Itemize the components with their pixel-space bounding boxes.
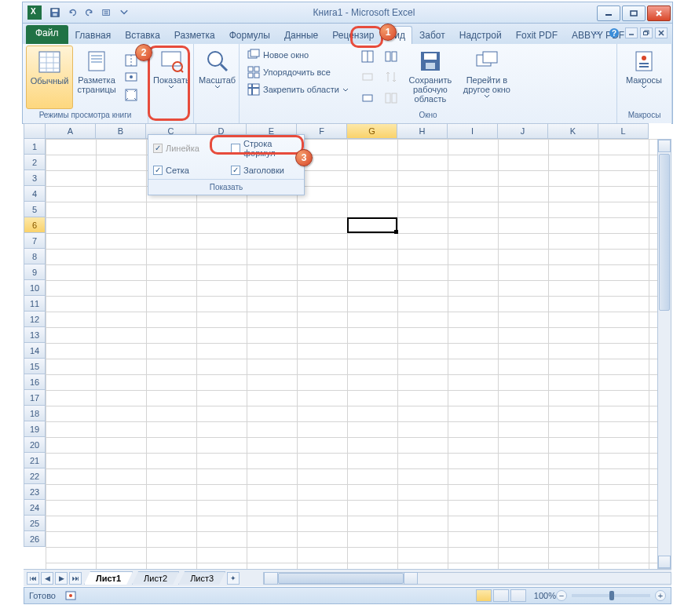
row-header-25[interactable]: 25 <box>24 516 46 531</box>
row-header-14[interactable]: 14 <box>24 343 46 359</box>
view-side1-button[interactable] <box>382 49 401 64</box>
ribbon-minimize-icon[interactable] <box>591 27 603 39</box>
sheet-nav-first[interactable]: ⏮ <box>27 572 39 585</box>
row-header-1[interactable]: 1 <box>24 139 46 155</box>
zoom-out-button[interactable]: − <box>556 590 567 601</box>
horizontal-scrollbar[interactable] <box>263 572 671 585</box>
tab-review[interactable]: Рецензир <box>325 26 381 44</box>
row-header-19[interactable]: 19 <box>24 421 46 437</box>
column-header-I[interactable]: I <box>448 123 498 139</box>
arrange-all-button[interactable]: Упорядочить все <box>244 64 352 80</box>
row-header-3[interactable]: 3 <box>24 170 46 186</box>
zoom-button[interactable]: Масштаб <box>197 46 237 109</box>
column-header-L[interactable]: L <box>598 123 649 139</box>
qat-dropdown-icon[interactable] <box>117 5 131 20</box>
help-icon[interactable]: ? <box>608 27 620 39</box>
row-header-4[interactable]: 4 <box>24 186 46 202</box>
row-header-12[interactable]: 12 <box>24 312 46 327</box>
row-header-22[interactable]: 22 <box>24 468 46 484</box>
row-header-21[interactable]: 21 <box>24 453 46 468</box>
reset-pos-button[interactable] <box>382 90 401 106</box>
tab-insert[interactable]: Вставка <box>118 26 167 44</box>
show-headings-checkbox[interactable]: Заголовки <box>226 162 304 179</box>
window-maximize-button[interactable] <box>622 5 646 21</box>
show-dropdown-button[interactable]: Показать <box>152 46 192 109</box>
qat-redo-icon[interactable] <box>82 5 97 20</box>
statusbar-view-normal[interactable] <box>476 589 492 602</box>
zoom-percent[interactable]: 100% <box>534 591 556 600</box>
macros-button[interactable]: Макросы <box>620 46 668 109</box>
row-header-18[interactable]: 18 <box>24 406 46 421</box>
window-close-button[interactable] <box>647 5 671 21</box>
column-header-G[interactable]: G <box>347 123 397 139</box>
tab-addins[interactable]: Надстрой <box>452 26 509 44</box>
show-formula-bar-checkbox[interactable]: Строка формул <box>226 135 304 162</box>
tab-formulas[interactable]: Формулы <box>222 26 277 44</box>
row-header-2[interactable]: 2 <box>24 155 46 170</box>
sheet-nav-next[interactable]: ▶ <box>55 572 68 585</box>
sheet-tab-Лист3[interactable]: Лист3 <box>178 571 225 585</box>
row-header-15[interactable]: 15 <box>24 359 46 374</box>
column-header-A[interactable]: A <box>46 123 96 139</box>
unhide-button[interactable] <box>358 90 377 106</box>
switch-windows-button[interactable]: Перейти в другое окно <box>459 46 515 109</box>
file-tab[interactable]: Файл <box>26 25 68 44</box>
tab-page-layout[interactable]: Разметка <box>167 26 222 44</box>
sheet-tab-Лист1[interactable]: Лист1 <box>84 571 133 585</box>
excel-sysmenu-icon[interactable] <box>27 5 42 20</box>
column-header-K[interactable]: K <box>548 123 598 139</box>
active-cell[interactable] <box>347 217 397 233</box>
column-header-J[interactable]: J <box>498 123 548 139</box>
new-window-button[interactable]: Новое окно <box>244 47 352 63</box>
vertical-scrollbar[interactable] <box>657 139 671 569</box>
page-layout-button[interactable]: Разметка страницы <box>73 46 120 109</box>
sheet-tab-Лист2[interactable]: Лист2 <box>132 571 179 585</box>
row-header-5[interactable]: 5 <box>24 202 46 217</box>
row-header-17[interactable]: 17 <box>24 390 46 406</box>
row-header-23[interactable]: 23 <box>24 484 46 500</box>
sheet-insert-button[interactable]: ✦ <box>227 572 240 585</box>
show-gridlines-checkbox[interactable]: Сетка <box>148 162 226 179</box>
tab-data[interactable]: Данные <box>277 26 325 44</box>
row-header-7[interactable]: 7 <box>24 233 46 249</box>
row-header-13[interactable]: 13 <box>24 327 46 343</box>
row-header-24[interactable]: 24 <box>24 500 46 516</box>
row-header-6[interactable]: 6 <box>24 217 46 233</box>
sync-scroll-button[interactable] <box>382 69 401 85</box>
fullscreen-button[interactable] <box>122 87 141 103</box>
custom-views-button[interactable] <box>122 70 141 86</box>
view-normal-button[interactable]: Обычный <box>26 46 73 109</box>
row-header-10[interactable]: 10 <box>24 280 46 296</box>
row-header-9[interactable]: 9 <box>24 264 46 280</box>
macro-record-icon[interactable] <box>62 589 79 603</box>
mdi-minimize-button[interactable] <box>625 27 638 38</box>
window-minimize-button[interactable] <box>597 5 620 21</box>
split-button[interactable] <box>358 49 377 64</box>
qat-undo-icon[interactable] <box>65 5 79 20</box>
tab-developer[interactable]: Забот <box>412 26 452 44</box>
row-header-16[interactable]: 16 <box>24 374 46 390</box>
tab-foxit[interactable]: Foxit PDF <box>509 26 565 44</box>
tab-home[interactable]: Главная <box>68 26 119 44</box>
qat-save-icon[interactable] <box>48 5 62 20</box>
statusbar-view-break[interactable] <box>510 589 526 602</box>
statusbar-view-layout[interactable] <box>493 589 509 602</box>
save-workspace-button[interactable]: Сохранить рабочую область <box>402 46 459 109</box>
zoom-in-button[interactable]: + <box>655 590 666 601</box>
sheet-nav-prev[interactable]: ◀ <box>41 572 53 585</box>
zoom-slider[interactable] <box>572 594 650 597</box>
row-header-11[interactable]: 11 <box>24 296 46 312</box>
column-header-B[interactable]: B <box>96 123 146 139</box>
freeze-panes-button[interactable]: Закрепить области <box>244 82 352 97</box>
hide-button[interactable] <box>358 69 377 85</box>
select-all-corner[interactable] <box>24 123 46 139</box>
cells-grid[interactable] <box>46 139 671 573</box>
row-header-20[interactable]: 20 <box>24 437 46 453</box>
row-header-8[interactable]: 8 <box>24 249 46 264</box>
mdi-restore-button[interactable] <box>640 27 653 38</box>
qat-more-icon[interactable] <box>100 5 114 20</box>
mdi-close-button[interactable] <box>655 27 668 38</box>
row-header-26[interactable]: 26 <box>24 531 46 547</box>
column-header-H[interactable]: H <box>397 123 448 139</box>
sheet-nav-last[interactable]: ⏭ <box>69 572 82 585</box>
